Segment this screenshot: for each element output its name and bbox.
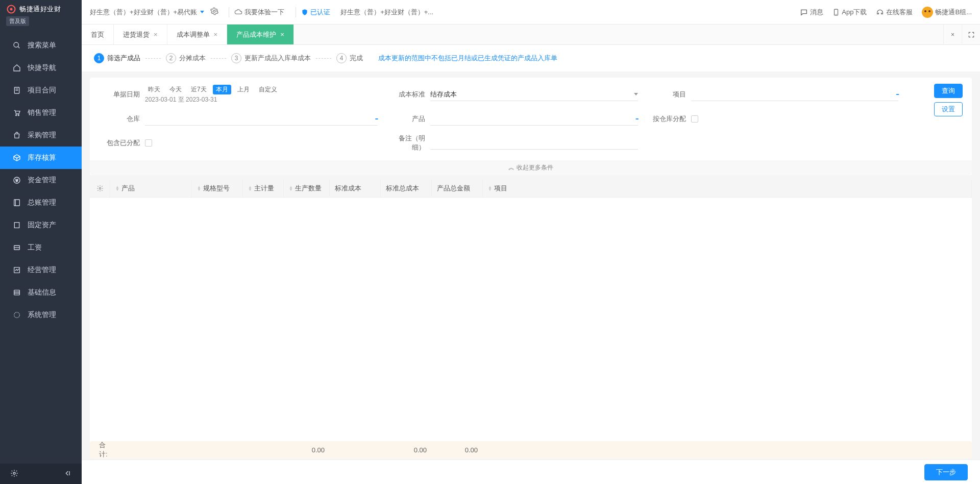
home-icon xyxy=(12,63,21,72)
col-scost[interactable]: 标准成本 xyxy=(330,179,381,197)
database-icon xyxy=(12,288,21,297)
headset-icon xyxy=(876,8,884,16)
sidebar-item-system[interactable]: 系统管理 xyxy=(0,304,82,326)
col-qty[interactable]: ▲▼生产数量 xyxy=(284,179,330,197)
sidebar-item-base[interactable]: 基础信息 xyxy=(0,281,82,304)
step-4: 4完成 xyxy=(336,53,363,63)
salary-icon xyxy=(12,243,21,252)
sidebar-item-operation[interactable]: 经营管理 xyxy=(0,259,82,281)
topbar-user[interactable]: 畅捷通B组... xyxy=(922,7,972,18)
field-include-allocated: 包含已分配 xyxy=(102,138,377,148)
sidebar-item-project[interactable]: 项目合同 xyxy=(0,79,82,102)
sum-stcost: 0.00 xyxy=(381,446,432,454)
sidebar-item-quicknav[interactable]: 快捷导航 xyxy=(0,57,82,79)
box-icon xyxy=(12,153,21,162)
include-allocated-checkbox[interactable] xyxy=(145,139,152,147)
tab-home[interactable]: 首页 xyxy=(82,25,114,44)
close-all-tabs[interactable]: × xyxy=(943,25,962,45)
filter-panel: 查询 设置 单据日期 昨天 今天 近7天 本月 上月 自定义 2023-03-0… xyxy=(90,78,972,175)
field-project: 项目 ··· xyxy=(648,88,960,101)
fullscreen-toggle[interactable] xyxy=(962,25,980,45)
building-icon xyxy=(12,221,21,230)
col-spec[interactable]: ▲▼规格型号 xyxy=(192,179,243,197)
dq-today[interactable]: 今天 xyxy=(166,85,185,94)
dq-7days[interactable]: 近7天 xyxy=(188,85,210,94)
col-project[interactable]: ▲▼项目 xyxy=(483,179,972,197)
footer-bar: 下一步 xyxy=(82,459,980,484)
gear-icon[interactable] xyxy=(10,469,18,479)
cost-standard-select[interactable]: 结存成本 xyxy=(430,88,638,101)
col-stcost[interactable]: 标准总成本 xyxy=(381,179,432,197)
date-range-text: 2023-03-01 至 2023-03-31 xyxy=(145,95,377,104)
topbar-service[interactable]: 在线客服 xyxy=(876,8,913,17)
dq-month[interactable]: 本月 xyxy=(213,85,231,94)
verified-badge[interactable]: 已认证 xyxy=(301,8,330,17)
setting-button[interactable]: 设置 xyxy=(934,102,963,116)
logo-icon xyxy=(6,4,16,14)
svg-point-29 xyxy=(99,187,101,189)
sidebar-footer xyxy=(0,464,82,484)
sidebar-item-ledger[interactable]: 总账管理 xyxy=(0,191,82,214)
settings-icon[interactable] xyxy=(210,7,218,17)
warehouse-input[interactable]: ··· xyxy=(145,112,377,126)
chevron-down-icon xyxy=(200,11,204,13)
sidebar-item-search[interactable]: 搜索菜单 xyxy=(0,34,82,57)
topbar-messages[interactable]: 消息 xyxy=(800,8,823,17)
field-bill-date: 单据日期 昨天 今天 近7天 本月 上月 自定义 2023-03-01 至 20… xyxy=(102,85,377,104)
remark-input[interactable] xyxy=(430,136,638,150)
svg-rect-12 xyxy=(14,200,20,206)
close-icon[interactable]: × xyxy=(280,31,284,38)
steps: 1筛选产成品 2分摊成本 3更新产成品入库单成本 4完成 成本更新的范围中不包括… xyxy=(82,45,980,71)
topbar-app-download[interactable]: App下载 xyxy=(832,8,867,17)
col-unit[interactable]: ▲▼主计量 xyxy=(243,179,284,197)
sum-amount: 0.00 xyxy=(432,446,483,454)
expand-icon xyxy=(968,31,975,38)
sort-icon: ▲▼ xyxy=(248,186,252,191)
sidebar-item-fixed-asset[interactable]: 固定资产 xyxy=(0,214,82,236)
field-product: 产品 ··· xyxy=(387,112,638,126)
next-button[interactable]: 下一步 xyxy=(924,464,968,480)
step-3: 3更新产成品入库单成本 xyxy=(231,53,311,63)
try-link[interactable]: 我要体验一下 xyxy=(234,8,284,17)
by-warehouse-checkbox[interactable] xyxy=(691,115,698,123)
brand-logo: 畅捷通好业财 xyxy=(0,0,82,16)
cart-icon xyxy=(12,108,21,117)
sidebar-item-sales[interactable]: 销售管理 xyxy=(0,102,82,124)
col-product[interactable]: ▲▼产品 xyxy=(110,179,192,197)
product-selector[interactable]: 好生意（普）+好业财（普）+易代账 xyxy=(90,8,204,17)
col-amount[interactable]: 产品总金额 xyxy=(432,179,483,197)
dq-yesterday[interactable]: 昨天 xyxy=(145,85,163,94)
sidebar-item-purchase[interactable]: 采购管理 xyxy=(0,124,82,147)
sum-label: 合计: xyxy=(90,441,110,459)
svg-rect-14 xyxy=(14,223,19,228)
chevron-up-icon: ︽ xyxy=(508,164,516,171)
steps-note: 成本更新的范围中不包括已月结或已生成凭证的产成品入库单 xyxy=(378,54,557,63)
dq-custom[interactable]: 自定义 xyxy=(256,85,280,94)
svg-point-8 xyxy=(18,115,19,116)
contract-icon xyxy=(12,86,21,95)
step-1: 1筛选产成品 xyxy=(94,53,140,63)
field-remark: 备注（明细） xyxy=(387,134,638,152)
cloud-icon xyxy=(234,8,242,16)
sidebar-item-salary[interactable]: 工资 xyxy=(0,236,82,259)
sidebar-item-fund[interactable]: ¥资金管理 xyxy=(0,169,82,191)
query-button[interactable]: 查询 xyxy=(934,84,963,98)
product-input[interactable]: ··· xyxy=(430,112,638,126)
sort-icon: ▲▼ xyxy=(115,186,119,191)
main-area: 1筛选产成品 2分摊成本 3更新产成品入库单成本 4完成 成本更新的范围中不包括… xyxy=(82,45,980,484)
close-icon[interactable]: × xyxy=(214,31,218,38)
collapse-conditions[interactable]: ︽ 收起更多条件 xyxy=(90,160,972,175)
sidebar-item-inventory[interactable]: 库存核算 xyxy=(0,147,82,169)
close-icon[interactable]: × xyxy=(154,31,158,38)
column-settings[interactable] xyxy=(90,179,110,197)
gear-outline-icon xyxy=(12,310,21,320)
tab-product-cost[interactable]: 产品成本维护× xyxy=(227,25,294,44)
project-input[interactable]: ··· xyxy=(691,88,898,101)
search-icon xyxy=(12,41,21,50)
dq-lastmonth[interactable]: 上月 xyxy=(234,85,253,94)
collapse-sidebar-icon[interactable] xyxy=(63,469,71,479)
brand-name: 畅捷通好业财 xyxy=(19,5,61,14)
tab-purchase-return[interactable]: 进货退货× xyxy=(114,25,167,44)
tabs-row: 首页 进货退货× 成本调整单× 产品成本维护× × xyxy=(82,25,980,45)
tab-cost-adjust[interactable]: 成本调整单× xyxy=(167,25,228,44)
